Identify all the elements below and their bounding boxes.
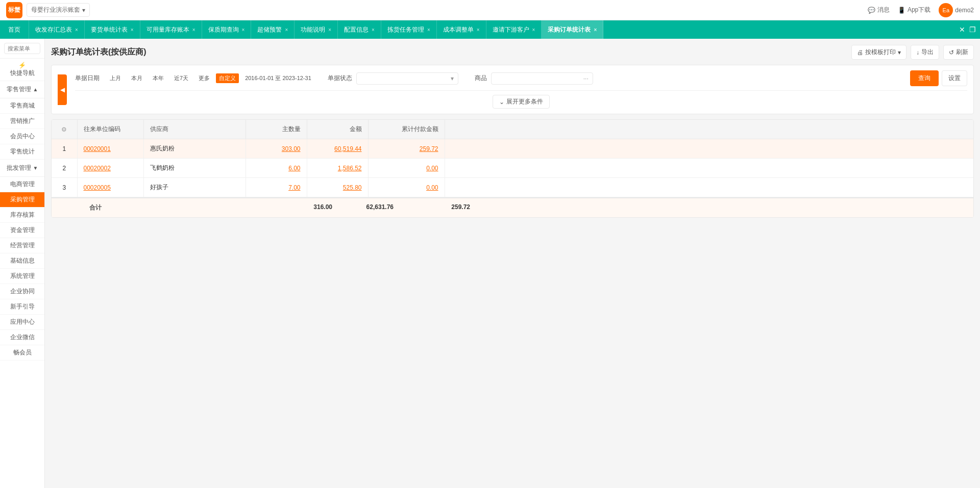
- code-link-1[interactable]: 00020002: [84, 165, 111, 172]
- expand-down-icon: ⌄: [499, 98, 504, 106]
- cell-supplier-1: 飞鹤奶粉: [143, 159, 246, 178]
- sidebar-item-wholesale-mgmt[interactable]: 批发管理 ▼: [0, 160, 44, 177]
- date-shortcut-more[interactable]: 更多: [194, 73, 214, 83]
- tab-receive-summary[interactable]: 收发存汇总表 ×: [29, 20, 85, 39]
- code-link-0[interactable]: 00020001: [84, 145, 111, 152]
- sidebar-item-system-mgmt[interactable]: 系统管理: [0, 269, 44, 284]
- cell-seq-2: 3: [52, 178, 77, 197]
- sidebar-item-new-guide[interactable]: 新手引导: [0, 299, 44, 315]
- paid-link-2[interactable]: 0.00: [426, 184, 438, 191]
- sidebar-item-enterprise-wechat[interactable]: 企业微信: [0, 330, 44, 345]
- btn-settings[interactable]: 设置: [942, 70, 967, 86]
- marketing-label: 营销推广: [0, 117, 44, 125]
- filter-collapse-btn[interactable]: ◀: [58, 74, 67, 105]
- qty-link-0[interactable]: 303.00: [282, 145, 301, 152]
- tab-purchase-stat-label: 采购订单统计表: [548, 25, 591, 34]
- workspace-name: 母婴行业演示账套: [31, 6, 80, 14]
- quick-nav-label: 快捷导航: [0, 69, 44, 78]
- amount-link-1[interactable]: 1,586.52: [338, 165, 362, 172]
- sidebar-item-inventory-check[interactable]: 库存核算: [0, 208, 44, 223]
- qty-link-2[interactable]: 7.00: [288, 184, 300, 191]
- status-select[interactable]: ▾: [356, 72, 458, 85]
- date-shortcut-7days[interactable]: 近7天: [170, 73, 192, 83]
- btn-export[interactable]: ↓ 导出: [911, 45, 939, 60]
- btn-refresh[interactable]: ↺ 刷新: [943, 45, 974, 60]
- paid-link-0[interactable]: 259.72: [420, 145, 438, 152]
- tab-function-desc-close[interactable]: ×: [328, 27, 331, 33]
- search-input[interactable]: [4, 43, 40, 54]
- tab-config-info-close[interactable]: ×: [372, 27, 375, 33]
- tab-warranty-query-close[interactable]: ×: [242, 27, 245, 33]
- tab-warranty-query[interactable]: 保质期查询 ×: [202, 20, 252, 39]
- message-btn[interactable]: 💬 消息: [868, 6, 890, 14]
- inventory-check-label: 库存核算: [0, 211, 44, 219]
- sidebar-item-marketing[interactable]: 营销推广: [0, 114, 44, 129]
- sidebar-item-retail-stats[interactable]: 零售统计: [0, 144, 44, 160]
- product-more-icon[interactable]: ···: [583, 75, 589, 82]
- cell-paid-2: 0.00: [368, 178, 445, 197]
- tab-function-desc[interactable]: 功能说明 ×: [295, 20, 338, 39]
- tab-purchase-stat-close[interactable]: ×: [594, 27, 597, 33]
- sidebar-item-app-center[interactable]: 应用中心: [0, 315, 44, 330]
- sidebar-item-quick-nav[interactable]: ⚡ 快捷导航: [0, 59, 44, 81]
- tab-invite-downstream[interactable]: 邀请下游客户 ×: [486, 20, 542, 39]
- tab-available-stock[interactable]: 可用量库存账本 ×: [140, 20, 202, 39]
- tab-picking-tasks-close[interactable]: ×: [427, 27, 430, 33]
- app-download-label: App下载: [908, 6, 930, 14]
- qty-link-1[interactable]: 6.00: [288, 165, 300, 172]
- retail-mgmt-arrow-icon: ▲: [33, 87, 38, 92]
- btn-query[interactable]: 查询: [910, 70, 939, 86]
- tab-available-stock-close[interactable]: ×: [192, 27, 195, 33]
- tab-invite-downstream-close[interactable]: ×: [532, 27, 535, 33]
- product-input[interactable]: ···: [491, 72, 593, 85]
- tab-cost-adjust[interactable]: 成本调整单 ×: [437, 20, 486, 39]
- tab-restore-icon[interactable]: ❐: [969, 25, 976, 34]
- tab-overstock-warning[interactable]: 超储预警 ×: [251, 20, 295, 39]
- col-header-amount: 金额: [307, 120, 368, 139]
- tab-purchase-stat[interactable]: 采购订单统计表 ×: [542, 20, 603, 39]
- tab-overstock-warning-close[interactable]: ×: [285, 27, 288, 33]
- purchase-mgmt-label: 采购管理: [0, 195, 44, 204]
- tab-order-summary[interactable]: 要货单统计表 ×: [85, 20, 140, 39]
- sidebar-item-retail-mgmt[interactable]: 零售管理 ▲: [0, 81, 44, 98]
- user-area[interactable]: Ea demo2: [939, 3, 974, 17]
- amount-link-0[interactable]: 60,519.44: [334, 145, 361, 152]
- cell-extra-2: [445, 178, 973, 197]
- tab-receive-summary-close[interactable]: ×: [75, 27, 78, 33]
- sidebar-item-retail-store[interactable]: 零售商城: [0, 98, 44, 114]
- date-shortcut-this-month[interactable]: 本月: [127, 73, 146, 83]
- tab-config-info[interactable]: 配置信息 ×: [338, 20, 381, 39]
- sidebar-item-basic-info[interactable]: 基础信息: [0, 253, 44, 269]
- tab-function-desc-label: 功能说明: [301, 25, 325, 34]
- date-shortcut-this-year[interactable]: 本年: [149, 73, 168, 83]
- tab-close-all-icon[interactable]: ✕: [959, 25, 965, 34]
- sidebar-item-finance-mgmt[interactable]: 资金管理: [0, 223, 44, 238]
- tab-picking-tasks[interactable]: 拣货任务管理 ×: [381, 20, 437, 39]
- paid-link-1[interactable]: 0.00: [426, 165, 438, 172]
- btn-expand-more[interactable]: ⌄ 展开更多条件: [493, 95, 550, 109]
- cell-paid-0: 259.72: [368, 139, 445, 159]
- date-label: 单据日期: [75, 74, 100, 83]
- gear-settings-icon[interactable]: ⚙: [61, 126, 67, 133]
- sidebar-item-operation-mgmt[interactable]: 经营管理: [0, 238, 44, 253]
- page-content: 采购订单统计表(按供应商) 🖨 按模板打印 ▾ ↓ 导出 ↺ 刷新: [45, 39, 980, 488]
- col-header-extra: [445, 120, 973, 139]
- workspace-selector[interactable]: 母婴行业演示账套 ▾: [27, 3, 90, 17]
- tab-order-summary-close[interactable]: ×: [131, 27, 134, 33]
- sidebar-item-purchase-mgmt[interactable]: 采购管理: [0, 192, 44, 208]
- tab-home[interactable]: 首页: [0, 20, 29, 39]
- tab-config-info-label: 配置信息: [344, 25, 369, 34]
- date-custom-badge[interactable]: 自定义: [216, 73, 239, 83]
- btn-template-print[interactable]: 🖨 按模板打印 ▾: [851, 45, 906, 60]
- app-download-btn[interactable]: 📱 App下载: [898, 6, 930, 14]
- code-link-2[interactable]: 00020005: [84, 184, 111, 191]
- date-shortcut-last-month[interactable]: 上月: [106, 73, 125, 83]
- tab-cost-adjust-close[interactable]: ×: [477, 27, 480, 33]
- sidebar-item-ecommerce-mgmt[interactable]: 电商管理: [0, 177, 44, 192]
- sidebar-item-member-points[interactable]: 畅会员: [0, 345, 44, 361]
- sidebar-item-member-center[interactable]: 会员中心: [0, 129, 44, 144]
- sidebar-item-enterprise-coop[interactable]: 企业协同: [0, 284, 44, 299]
- cell-seq-0: 1: [52, 139, 77, 159]
- amount-link-2[interactable]: 525.80: [343, 184, 362, 191]
- system-mgmt-label: 系统管理: [0, 272, 44, 280]
